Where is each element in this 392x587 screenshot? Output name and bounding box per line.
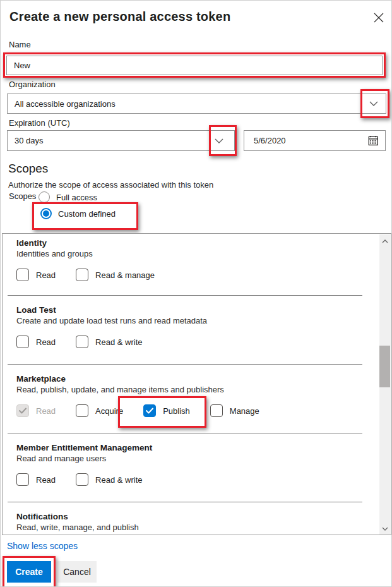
checkbox-item-read[interactable]: Read — [16, 404, 56, 417]
checkbox-label: Publish — [163, 406, 190, 416]
dialog-title: Create a new personal access token — [9, 9, 230, 24]
scroll-up-icon[interactable] — [379, 236, 390, 246]
scope-section-description: Read, publish, update, and manage items … — [16, 384, 355, 395]
checkbox-item-read[interactable]: Read — [16, 269, 56, 281]
checkbox-item-read[interactable]: Read — [16, 473, 56, 486]
checkbox-item-publish[interactable]: Publish — [143, 404, 190, 417]
radio-full-access[interactable]: Full access — [39, 191, 97, 203]
checkbox-label: Read — [36, 270, 56, 280]
checkbox-icon[interactable] — [16, 473, 29, 486]
name-input[interactable] — [6, 56, 383, 75]
expiration-dropdown[interactable]: 30 days — [7, 130, 235, 151]
checkbox-checked-icon[interactable] — [16, 404, 29, 417]
checkbox-checked-icon[interactable] — [143, 404, 156, 417]
expiration-date-field[interactable] — [247, 131, 368, 150]
scopes-description: Authorize the scope of access associated… — [8, 180, 213, 190]
scope-section: Notifications Read, write, manage, and p… — [3, 502, 380, 535]
scope-section-title: Load Test — [16, 305, 355, 315]
expiration-label: Expiration (UTC) — [9, 118, 70, 128]
checkbox-icon[interactable] — [16, 336, 29, 348]
checkbox-label: Read — [36, 406, 56, 416]
checkbox-icon[interactable] — [76, 404, 88, 417]
checkbox-label: Read — [36, 475, 56, 485]
calendar-icon[interactable] — [368, 135, 379, 147]
cancel-button[interactable]: Cancel — [57, 561, 97, 583]
scope-section-description: Read, write, manage, and publish — [16, 522, 355, 533]
expiration-date-input[interactable] — [244, 130, 386, 151]
organization-label: Organization — [9, 80, 56, 89]
scroll-down-icon[interactable] — [379, 523, 390, 534]
radio-circle-checked-icon[interactable] — [40, 208, 52, 219]
scrollbar[interactable] — [379, 234, 390, 535]
scrollbar-thumb[interactable] — [379, 346, 390, 387]
radio-label: Custom defined — [58, 209, 116, 219]
scope-section-title: Identity — [16, 238, 355, 248]
close-icon[interactable] — [371, 9, 387, 26]
scope-checkbox-row: ReadRead & manage — [16, 269, 355, 281]
scope-section-description: Identities and groups — [16, 248, 355, 259]
scope-section: Member Entitlement Management Read and m… — [3, 433, 380, 502]
scopes-radio-group-label: Scopes — [9, 191, 36, 201]
chevron-down-icon — [369, 101, 378, 106]
checkbox-icon[interactable] — [76, 269, 88, 281]
scope-section: Identity Identities and groups ReadRead … — [3, 234, 380, 295]
checkbox-item-manage[interactable]: Manage — [210, 404, 259, 417]
radio-label: Full access — [56, 193, 97, 202]
scope-checkbox-row: ReadRead & write — [16, 473, 355, 486]
checkbox-icon[interactable] — [76, 473, 88, 486]
publish-annotation-box — [118, 396, 206, 428]
checkbox-icon[interactable] — [210, 404, 223, 417]
checkbox-label: Read & write — [95, 337, 142, 347]
scope-list-content: Identity Identities and groups ReadRead … — [3, 234, 380, 535]
scope-checkbox-row: ReadRead & write — [16, 336, 355, 348]
checkbox-label: Read & manage — [95, 270, 155, 280]
scope-section-title: Marketplace — [16, 373, 355, 384]
checkbox-item-read-write[interactable]: Read & write — [76, 336, 142, 348]
scope-checkbox-row: ReadAcquirePublishManage — [16, 404, 355, 417]
organization-dropdown[interactable]: All accessible organizations — [7, 94, 386, 114]
checkbox-item-acquire[interactable]: Acquire — [76, 404, 123, 417]
name-label: Name — [9, 40, 31, 49]
checkbox-label: Manage — [230, 406, 259, 416]
scopes-heading: Scopes — [8, 162, 48, 176]
scope-section-title: Notifications — [16, 511, 355, 522]
checkbox-label: Read & write — [95, 475, 142, 485]
scope-section-description: Read and manage users — [16, 453, 355, 464]
checkbox-item-read-write[interactable]: Read & write — [76, 473, 142, 486]
checkbox-item-read-manage[interactable]: Read & manage — [76, 269, 155, 281]
name-input-field[interactable] — [7, 56, 382, 75]
radio-custom-defined[interactable]: Custom defined — [40, 208, 116, 219]
expiration-value: 30 days — [8, 136, 215, 145]
scope-section-description: Create and update load test runs and rea… — [16, 315, 355, 326]
checkbox-icon[interactable] — [76, 336, 88, 348]
checkbox-icon[interactable] — [16, 269, 29, 281]
organization-value: All accessible organizations — [8, 99, 369, 109]
create-button[interactable]: Create — [7, 561, 51, 583]
checkbox-item-read[interactable]: Read — [16, 336, 56, 348]
checkbox-label: Acquire — [95, 406, 123, 416]
scope-section: Load Test Create and update load test ru… — [3, 296, 380, 364]
checkbox-label: Read — [36, 337, 56, 347]
chevron-down-icon — [215, 138, 223, 143]
radio-circle-icon[interactable] — [39, 191, 50, 203]
show-less-scopes-link[interactable]: Show less scopes — [7, 541, 78, 551]
scope-list: Identity Identities and groups ReadRead … — [2, 233, 391, 535]
scope-section: Marketplace Read, publish, update, and m… — [3, 365, 380, 433]
scope-section-title: Member Entitlement Management — [16, 442, 355, 453]
create-pat-dialog: Create a new personal access token Name … — [0, 0, 392, 587]
